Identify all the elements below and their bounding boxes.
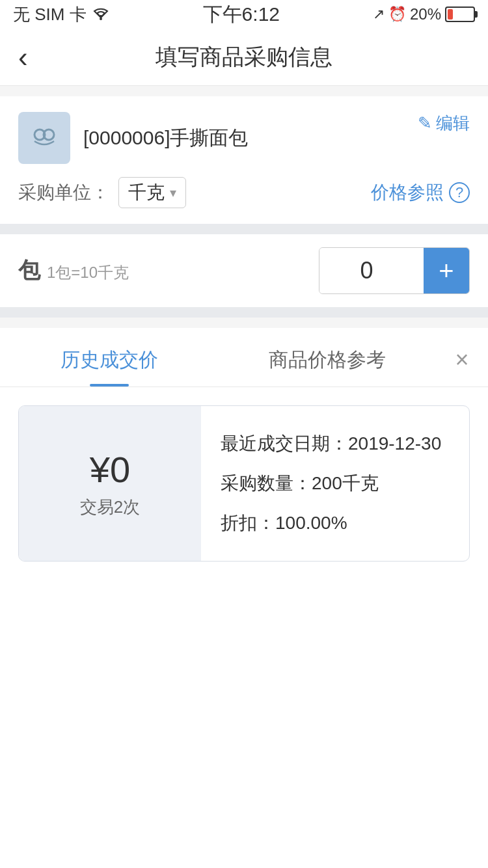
quantity-plus-button[interactable]: + (424, 248, 469, 293)
section-divider-2 (0, 307, 488, 318)
bottom-area (0, 580, 488, 868)
status-time: 下午6:12 (203, 1, 280, 28)
tab-history-price[interactable]: 历史成交价 (0, 329, 218, 387)
tab-history-label: 历史成交价 (61, 349, 158, 370)
qty-value: 200千克 (312, 473, 379, 493)
svg-point-0 (100, 18, 102, 20)
tabs-row: 历史成交价 商品价格参考 × (0, 328, 488, 387)
price-detail-discount: 折扣：100.00% (221, 509, 450, 538)
nav-bar: ‹ 填写商品采购信息 (0, 29, 488, 86)
status-left: 无 SIM 卡 (13, 3, 110, 26)
edit-button[interactable]: ✎ 编辑 (418, 112, 470, 135)
price-detail-date: 最近成交日期：2019-12-30 (221, 429, 450, 459)
quantity-unit-sub: 1包=10千克 (47, 262, 129, 283)
wifi-icon (92, 5, 110, 25)
price-detail-qty: 采购数量：200千克 (221, 469, 450, 498)
unit-label: 采购单位： (18, 182, 109, 202)
currency-symbol: ¥ (90, 449, 110, 490)
product-logo (18, 112, 70, 164)
quantity-row: 包 1包=10千克 + (0, 234, 488, 307)
price-card-section: ¥0 交易2次 最近成交日期：2019-12-30 采购数量：200千克 折扣：… (0, 387, 488, 580)
sim-status: 无 SIM 卡 (13, 3, 87, 26)
tab-close-button[interactable]: × (436, 328, 488, 387)
location-icon: ↗ (373, 6, 385, 23)
help-icon: ? (449, 182, 470, 203)
price-value: 0 (110, 449, 130, 490)
edit-label: 编辑 (436, 112, 470, 135)
product-sub: 采购单位： 千克 ▾ 价格参照 ? (18, 177, 470, 208)
product-section: [0000006]手撕面包 ✎ 编辑 采购单位： 千克 ▾ 价格参照 ? (0, 96, 488, 224)
price-card: ¥0 交易2次 最近成交日期：2019-12-30 采购数量：200千克 折扣：… (18, 405, 470, 562)
battery-percent: 20% (410, 5, 441, 23)
unit-arrow: ▾ (170, 185, 176, 200)
product-left: [0000006]手撕面包 (18, 112, 248, 164)
price-card-right: 最近成交日期：2019-12-30 采购数量：200千克 折扣：100.00% (201, 406, 469, 561)
quantity-input-wrap: + (319, 247, 470, 294)
close-icon: × (455, 346, 468, 373)
price-ref-button[interactable]: 价格参照 ? (371, 180, 470, 205)
discount-label: 折扣： (221, 513, 275, 533)
status-bar: 无 SIM 卡 下午6:12 ↗ ⏰ 20% (0, 0, 488, 29)
date-label: 最近成交日期： (221, 433, 348, 454)
back-button[interactable]: ‹ (18, 41, 28, 74)
discount-value: 100.00% (275, 513, 347, 533)
price-trades: 交易2次 (80, 496, 140, 519)
price-card-left: ¥0 交易2次 (19, 406, 201, 561)
price-amount: ¥0 (90, 448, 130, 491)
product-name: [0000006]手撕面包 (83, 125, 248, 152)
page-title: 填写商品采购信息 (156, 42, 332, 72)
tab-product-price-ref[interactable]: 商品价格参考 (218, 329, 436, 387)
quantity-label: 包 1包=10千克 (18, 256, 129, 286)
battery-icon (445, 7, 475, 22)
unit-select[interactable]: 千克 ▾ (118, 177, 186, 208)
tab-product-label: 商品价格参考 (269, 349, 386, 370)
edit-icon: ✎ (418, 113, 432, 133)
quantity-input[interactable] (319, 248, 424, 293)
price-ref-label: 价格参照 (371, 180, 444, 205)
date-value: 2019-12-30 (348, 433, 441, 454)
quantity-unit-main: 包 (18, 256, 40, 286)
unit-row: 采购单位： 千克 ▾ (18, 177, 186, 208)
alarm-icon: ⏰ (388, 6, 406, 23)
product-header: [0000006]手撕面包 ✎ 编辑 (18, 112, 470, 164)
qty-label: 采购数量： (221, 473, 312, 493)
plus-icon: + (439, 256, 454, 286)
status-right: ↗ ⏰ 20% (373, 5, 475, 23)
unit-value: 千克 (128, 180, 165, 205)
section-divider (0, 224, 488, 234)
